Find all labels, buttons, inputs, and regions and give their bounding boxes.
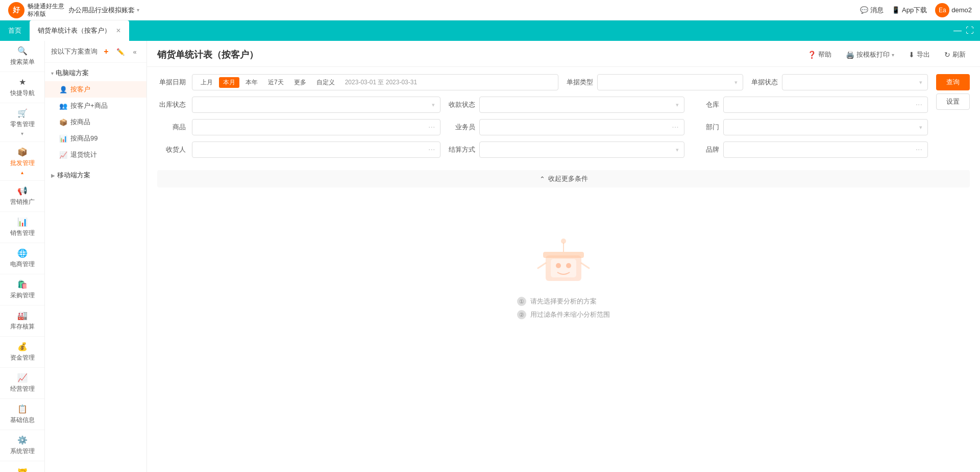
- filter-row-receiver: 收货人 ··· 结算方式 ▾ 品牌: [157, 141, 928, 158]
- date-range-control[interactable]: 上月 本月 本年 近7天 更多 自定义 2023-03-01 至 2023-03…: [192, 74, 558, 90]
- sidebar-item-inventory[interactable]: 🏭 库存核算: [0, 305, 44, 337]
- date-tab-this-year[interactable]: 本年: [241, 77, 262, 88]
- settlement-dropdown-icon: ▾: [676, 147, 679, 153]
- empty-state: ① 请先选择要分析的方案 ② 用过滤条件来缩小分析范围: [147, 197, 980, 350]
- sidebar-item-wholesale[interactable]: 📦 批发管理 ▴: [0, 142, 44, 181]
- tree-parent-desktop[interactable]: ▾ 电脑端方案: [45, 65, 146, 81]
- empty-hint-2: ② 用过滤条件来缩小分析范围: [517, 310, 610, 319]
- left-panel: 按以下方案查询 + ✏️ « ▾ 电脑端方案 👤 按客户 👥 按客户+商品 📦: [45, 41, 147, 472]
- brand-label: 品牌: [691, 145, 719, 154]
- empty-illustration: [533, 227, 594, 289]
- sidebar-item-finance[interactable]: 💰 资金管理: [0, 337, 44, 368]
- settlement-label: 结算方式: [447, 145, 475, 154]
- svg-point-3: [556, 263, 561, 268]
- tab-home[interactable]: 首页: [0, 20, 30, 41]
- date-range-text: 2023-03-01 至 2023-03-31: [345, 78, 417, 87]
- filter-row-product: 商品 ··· 业务员 ··· 部门: [157, 119, 928, 135]
- sidebar-item-enterprise[interactable]: 🤝 企业协同: [0, 461, 44, 472]
- tab-maximize-icon[interactable]: ⛶: [966, 26, 974, 35]
- doc-type-control[interactable]: ▾: [597, 74, 743, 90]
- receiver-control[interactable]: ···: [192, 141, 440, 158]
- collapse-icon: ⌃: [540, 175, 545, 183]
- settings-button[interactable]: 设置: [936, 93, 970, 110]
- left-panel-actions: + ✏️ «: [101, 46, 140, 57]
- date-tab-last-month[interactable]: 上月: [197, 77, 217, 88]
- edit-scheme-button[interactable]: ✏️: [115, 46, 126, 57]
- department-dropdown-icon: ▾: [919, 124, 922, 131]
- collapse-panel-button[interactable]: «: [129, 46, 140, 57]
- return-stats-icon: 📈: [59, 151, 67, 159]
- doc-type-dropdown-icon: ▾: [734, 79, 738, 86]
- pay-status-label: 收款状态: [447, 100, 475, 109]
- template-print-button[interactable]: 🖨️ 按模板打印 ▾: [842, 48, 898, 61]
- sidebar-item-ecommerce[interactable]: 🌐 电商管理: [0, 243, 44, 274]
- date-tab-custom[interactable]: 自定义: [312, 77, 339, 88]
- message-icon: 💬: [860, 6, 868, 14]
- sidebar-item-quick-nav[interactable]: ★ 快捷导航: [0, 72, 44, 103]
- tab-close-icon[interactable]: ✕: [116, 27, 121, 34]
- by-customer-product-icon: 👥: [59, 102, 67, 110]
- main-layout: 🔍 搜索菜单 ★ 快捷导航 🛒 零售管理 ▾ 📦 批发管理 ▴ 📢 营销推广 📊…: [0, 41, 980, 472]
- sidebar-item-basic[interactable]: 📋 基础信息: [0, 399, 44, 430]
- collapse-more-conditions-button[interactable]: ⌃ 收起更多条件: [157, 170, 970, 187]
- date-tab-this-month[interactable]: 本月: [219, 77, 239, 88]
- out-status-control[interactable]: ▾: [192, 97, 440, 113]
- settlement-control[interactable]: ▾: [479, 141, 684, 158]
- print-dropdown-icon: ▾: [892, 52, 894, 58]
- product-control[interactable]: ···: [192, 119, 440, 135]
- tree-section-desktop: ▾ 电脑端方案 👤 按客户 👥 按客户+商品 📦 按商品 📊 按商品99 📈: [45, 63, 146, 165]
- export-button[interactable]: ⬇ 导出: [904, 48, 934, 61]
- sidebar-item-operations[interactable]: 📈 经营管理: [0, 368, 44, 399]
- query-button[interactable]: 查询: [936, 74, 970, 90]
- filter-row-out-status: 出库状态 ▾ 收款状态 ▾ 仓库: [157, 97, 928, 113]
- sidebar-item-sales[interactable]: 📊 销售管理: [0, 212, 44, 243]
- department-control[interactable]: ▾: [723, 119, 928, 135]
- brand-control[interactable]: ···: [723, 141, 928, 158]
- by-customer-icon: 👤: [59, 86, 67, 93]
- sidebar-item-marketing[interactable]: 📢 营销推广: [0, 181, 44, 212]
- warehouse-control[interactable]: ···: [723, 97, 928, 113]
- tree-child-by-customer-product[interactable]: 👥 按客户+商品: [45, 98, 146, 114]
- doc-status-control[interactable]: ▾: [782, 74, 928, 90]
- tab-minimize-icon[interactable]: —: [953, 26, 962, 35]
- page-content: 销货单统计表（按客户） ❓ 帮助 🖨️ 按模板打印 ▾ ⬇ 导出: [147, 41, 980, 472]
- help-button[interactable]: ❓ 帮助: [803, 48, 836, 61]
- sidebar-item-purchase[interactable]: 🛍️ 采购管理: [0, 274, 44, 305]
- sidebar-item-system[interactable]: ⚙️ 系统管理: [0, 430, 44, 461]
- logo-area: 好 畅捷通好生意 标准版: [8, 2, 64, 18]
- avatar: Ea: [935, 3, 949, 17]
- pay-status-control[interactable]: ▾: [479, 97, 684, 113]
- left-panel-header: 按以下方案查询 + ✏️ «: [45, 41, 146, 63]
- salesperson-control[interactable]: ···: [479, 119, 684, 135]
- empty-hint-1: ① 请先选择要分析的方案: [517, 297, 610, 306]
- tree-child-by-customer[interactable]: 👤 按客户: [45, 81, 146, 98]
- doc-status-dropdown-icon: ▾: [919, 79, 922, 86]
- sidebar: 🔍 搜索菜单 ★ 快捷导航 🛒 零售管理 ▾ 📦 批发管理 ▴ 📢 营销推广 📊…: [0, 41, 45, 472]
- message-button[interactable]: 💬 消息: [860, 6, 884, 15]
- app-download-button[interactable]: 📱 App下载: [892, 6, 927, 15]
- page-header: 销货单统计表（按客户） ❓ 帮助 🖨️ 按模板打印 ▾ ⬇ 导出: [147, 41, 980, 67]
- top-header: 好 畅捷通好生意 标准版 办公用品行业模拟账套 ▾ 💬 消息 📱 App下载 E…: [0, 0, 980, 20]
- logo-icon: 好: [8, 2, 24, 18]
- download-icon: 📱: [892, 6, 900, 14]
- department-label: 部门: [691, 123, 719, 132]
- receiver-label: 收货人: [157, 145, 186, 154]
- date-tab-last7[interactable]: 近7天: [264, 77, 288, 88]
- tree-child-by-product99[interactable]: 📊 按商品99: [45, 130, 146, 147]
- finance-icon: 💰: [17, 342, 28, 351]
- refresh-button[interactable]: ↻ 刷新: [940, 48, 970, 61]
- tab-report[interactable]: 销货单统计表（按客户） ✕: [30, 20, 129, 41]
- tree-child-by-product[interactable]: 📦 按商品: [45, 114, 146, 130]
- tree-parent-mobile[interactable]: ▶ 移动端方案: [45, 167, 146, 183]
- tree-child-return-stats[interactable]: 📈 退货统计: [45, 147, 146, 163]
- out-status-label: 出库状态: [157, 100, 186, 109]
- sidebar-item-search[interactable]: 🔍 搜索菜单: [0, 41, 44, 72]
- app-title[interactable]: 办公用品行业模拟账套 ▾: [68, 6, 139, 15]
- marketing-icon: 📢: [17, 186, 28, 196]
- hint-num-1: ①: [517, 297, 526, 306]
- add-scheme-button[interactable]: +: [101, 46, 112, 57]
- sidebar-item-retail[interactable]: 🛒 零售管理 ▾: [0, 103, 44, 142]
- date-tab-more[interactable]: 更多: [290, 77, 310, 88]
- ecommerce-icon: 🌐: [17, 248, 28, 258]
- user-profile-button[interactable]: Ea demo2: [935, 3, 972, 17]
